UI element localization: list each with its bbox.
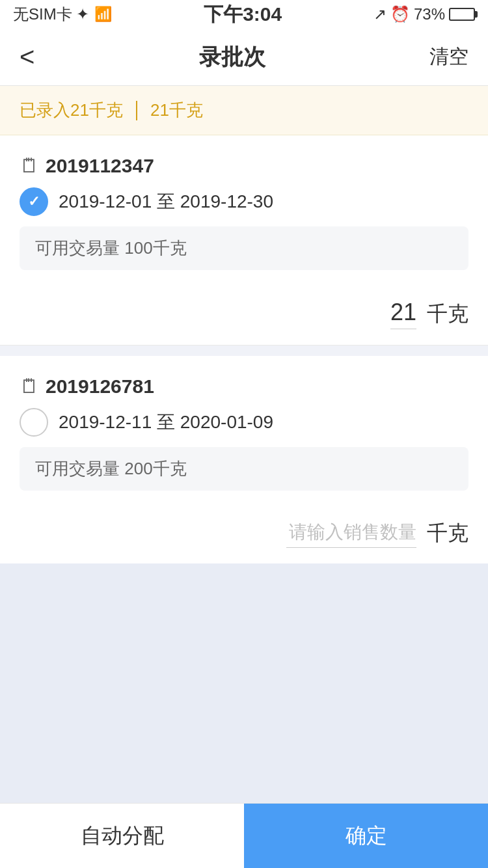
info-divider — [136, 101, 137, 120]
batch1-quantity[interactable]: 21 — [390, 299, 416, 329]
info-banner: 已录入21千克 21千克 — [0, 86, 488, 135]
empty-area — [0, 563, 488, 824]
section-divider — [0, 346, 488, 356]
total-text: 21千克 — [150, 99, 203, 122]
batch2-unit: 千克 — [427, 519, 468, 548]
status-bar: 无SIM卡 ✦ 📶 下午3:04 ↗ ⏰ 73% — [0, 0, 488, 29]
status-time: 下午3:04 — [204, 1, 282, 28]
clear-button[interactable]: 清空 — [429, 44, 468, 70]
battery-percent: 73% — [414, 5, 445, 23]
batch1-header: 🗒 2019112347 — [20, 155, 468, 177]
batch2-id: 2019126781 — [46, 375, 154, 398]
status-left: 无SIM卡 ✦ 📶 — [13, 4, 112, 25]
batch2-header: 🗒 2019126781 — [20, 375, 468, 398]
batch1-card: 🗒 2019112347 2019-12-01 至 2019-12-30 可用交… — [0, 135, 488, 283]
batch1-row: 2019-12-01 至 2019-12-30 — [20, 187, 468, 216]
batch2-radio[interactable] — [20, 408, 48, 437]
batch2-icon: 🗒 — [20, 375, 39, 398]
batch1-unit: 千克 — [427, 300, 468, 329]
batch1-available: 可用交易量 100千克 — [20, 226, 468, 270]
batch1-quantity-row: 21 千克 — [0, 283, 488, 346]
batch1-radio[interactable] — [20, 187, 48, 216]
nav-bar: < 录批次 清空 — [0, 29, 488, 86]
sim-text: 无SIM卡 ✦ — [13, 4, 89, 25]
back-button[interactable]: < — [20, 42, 34, 72]
batch2-input-row: 请输入销售数量 千克 — [0, 504, 488, 563]
batch2-date-range: 2019-12-11 至 2020-01-09 — [59, 410, 273, 435]
batch1-date-range: 2019-12-01 至 2019-12-30 — [59, 189, 273, 214]
batch2-card: 🗒 2019126781 2019-12-11 至 2020-01-09 可用交… — [0, 356, 488, 504]
page-title: 录批次 — [199, 42, 265, 72]
batch2-row: 2019-12-11 至 2020-01-09 — [20, 408, 468, 437]
wifi-icon: 📶 — [94, 6, 112, 23]
confirm-button[interactable]: 确定 — [244, 804, 488, 868]
batch2-input-placeholder[interactable]: 请输入销售数量 — [286, 520, 416, 548]
status-right: ↗ ⏰ 73% — [373, 5, 475, 23]
location-icon: ↗ — [373, 5, 386, 23]
batch1-icon: 🗒 — [20, 155, 39, 177]
auto-distribute-button[interactable]: 自动分配 — [0, 804, 244, 868]
battery-icon — [449, 8, 475, 21]
recorded-text: 已录入21千克 — [20, 99, 123, 122]
batch2-available: 可用交易量 200千克 — [20, 447, 468, 491]
alarm-icon: ⏰ — [390, 5, 410, 23]
bottom-bar: 自动分配 确定 — [0, 803, 488, 868]
batch1-id: 2019112347 — [46, 155, 154, 177]
